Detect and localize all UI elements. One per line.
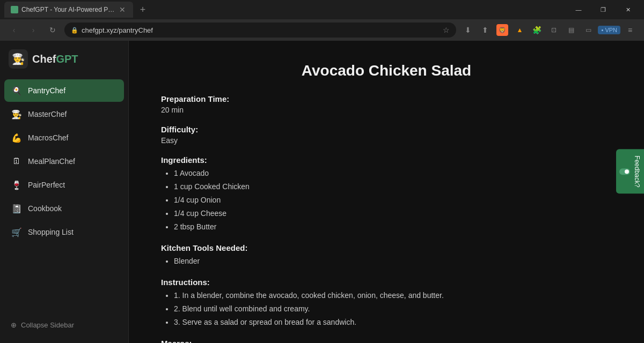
- feedback-toggle: [619, 168, 630, 175]
- menu-icon[interactable]: ≡: [623, 23, 638, 38]
- difficulty-label: Difficulty:: [161, 125, 612, 134]
- tab-title: ChefGPT - Your AI-Powered Pers...: [21, 6, 115, 13]
- tool-list: Blender: [161, 256, 612, 267]
- logo-area: 👨‍🍳 ChefGPT: [0, 49, 128, 79]
- back-button[interactable]: ‹: [6, 23, 21, 38]
- window-controls: — ❐ ✕: [567, 0, 640, 19]
- download-icon[interactable]: ⬇: [460, 23, 475, 38]
- instructions-label: Instructions:: [161, 278, 612, 287]
- sidebar-item-meal-plan-chef[interactable]: 🗓 MealPlanChef: [4, 150, 124, 173]
- sidebar: 👨‍🍳 ChefGPT 🍳 PantryChef 👨‍🍳 MasterChef …: [0, 41, 129, 343]
- sidebar-item-cookbook[interactable]: 📓 Cookbook: [4, 197, 124, 220]
- sidebar-item-label: MealPlanChef: [28, 157, 75, 166]
- master-chef-icon: 👨‍🍳: [11, 108, 23, 120]
- sidebar-item-macros-chef[interactable]: 💪 MacrosChef: [4, 126, 124, 149]
- list-item: 3. Serve as a salad or spread on bread f…: [174, 317, 612, 328]
- difficulty-section: Difficulty: Easy: [161, 125, 612, 145]
- tab-bar: ChefGPT - Your AI-Powered Pers... ✕ + — …: [0, 0, 644, 19]
- list-item: 2 tbsp Butter: [174, 221, 612, 233]
- instruction-list: 1. In a blender, combine the avocado, co…: [161, 290, 612, 328]
- logo-chef: Chef: [32, 53, 56, 65]
- forward-button[interactable]: ›: [26, 23, 41, 38]
- minimize-button[interactable]: —: [567, 0, 590, 19]
- feedback-button[interactable]: Feedback?: [616, 149, 644, 193]
- app-layout: 👨‍🍳 ChefGPT 🍳 PantryChef 👨‍🍳 MasterChef …: [0, 41, 644, 343]
- pip-icon[interactable]: ⊡: [546, 23, 561, 38]
- address-text: chefgpt.xyz/pantryChef: [82, 26, 440, 34]
- new-tab-button[interactable]: +: [135, 2, 150, 17]
- sidebar-item-label: PairPerfect: [28, 181, 65, 189]
- toolbar-right: ⬇ ⬆ 🦁 ▲ 🧩 ⊡ ▤ ▭ • VPN ≡: [460, 23, 638, 38]
- sidebar-item-label: PantryChef: [28, 86, 65, 95]
- macros-label: Macros:: [161, 339, 612, 343]
- tools-section: Kitchen Tools Needed: Blender: [161, 243, 612, 267]
- sidebar-item-label: MasterChef: [28, 110, 67, 118]
- list-item: 1/4 cup Onion: [174, 195, 612, 206]
- list-item: 1/4 cup Cheese: [174, 208, 612, 219]
- collapse-label: Collapse Sidebar: [21, 321, 74, 329]
- vpn-badge[interactable]: • VPN: [598, 26, 620, 34]
- list-item: Blender: [174, 256, 612, 267]
- share-icon[interactable]: ⬆: [478, 23, 493, 38]
- brave-extension-icon[interactable]: 🦁: [495, 23, 510, 38]
- difficulty-value: Easy: [161, 136, 612, 145]
- collapse-sidebar-button[interactable]: ⊕ Collapse Sidebar: [0, 316, 128, 334]
- list-item: 1 cup Cooked Chicken: [174, 181, 612, 192]
- sidebar-item-pair-perfect[interactable]: 🍷 PairPerfect: [4, 174, 124, 196]
- brave-logo: 🦁: [496, 24, 508, 36]
- logo-gpt: GPT: [56, 53, 78, 65]
- sidebar-item-pantry-chef[interactable]: 🍳 PantryChef: [4, 79, 124, 102]
- instructions-section: Instructions: 1. In a blender, combine t…: [161, 278, 612, 328]
- sidebar-item-shopping-list[interactable]: 🛒 Shopping List: [4, 221, 124, 243]
- recipe-title: Avocado Chicken Salad: [161, 62, 612, 79]
- list-item: 2. Blend until well combined and creamy.: [174, 303, 612, 315]
- restore-button[interactable]: ❐: [591, 0, 615, 19]
- tab-favicon: [11, 6, 18, 13]
- puzzle-icon[interactable]: 🧩: [529, 23, 544, 38]
- tools-label: Kitchen Tools Needed:: [161, 243, 612, 252]
- address-input-wrapper[interactable]: 🔒 chefgpt.xyz/pantryChef ☆: [64, 23, 456, 38]
- lock-icon: 🔒: [71, 27, 78, 34]
- sidebar-toggle-icon[interactable]: ▤: [564, 23, 579, 38]
- sidebar-item-master-chef[interactable]: 👨‍🍳 MasterChef: [4, 103, 124, 125]
- browser-chrome: ChefGPT - Your AI-Powered Pers... ✕ + — …: [0, 0, 644, 41]
- list-item: 1 Avocado: [174, 168, 612, 179]
- pantry-chef-icon: 🍳: [11, 85, 23, 96]
- reload-button[interactable]: ↻: [45, 23, 60, 38]
- logo-emoji: 👨‍🍳: [12, 53, 25, 65]
- main-content: Avocado Chicken Salad Preparation Time: …: [129, 41, 644, 343]
- sidebar-item-label: MacrosChef: [28, 133, 68, 142]
- macros-chef-icon: 💪: [11, 132, 23, 144]
- tablet-icon[interactable]: ▭: [581, 23, 596, 38]
- active-tab[interactable]: ChefGPT - Your AI-Powered Pers... ✕: [4, 2, 133, 18]
- ingredient-list: 1 Avocado 1 cup Cooked Chicken 1/4 cup O…: [161, 168, 612, 233]
- nav-items: 🍳 PantryChef 👨‍🍳 MasterChef 💪 MacrosChef…: [0, 79, 128, 316]
- logo-icon: 👨‍🍳: [9, 49, 28, 69]
- pair-perfect-icon: 🍷: [11, 179, 23, 191]
- collapse-icon: ⊕: [11, 321, 17, 329]
- sidebar-item-label: Shopping List: [28, 228, 74, 236]
- triangle-extension-icon[interactable]: ▲: [512, 23, 527, 38]
- macros-section: Macros: Total Calories: 350 Carbs: 5g: [161, 339, 612, 343]
- prep-time-value: 20 min: [161, 106, 612, 114]
- logo-text: ChefGPT: [32, 53, 78, 65]
- bookmark-icon: ☆: [443, 26, 450, 34]
- close-button[interactable]: ✕: [616, 0, 640, 19]
- ingredients-section: Ingredients: 1 Avocado 1 cup Cooked Chic…: [161, 155, 612, 233]
- tab-close-button[interactable]: ✕: [118, 5, 127, 14]
- meal-plan-chef-icon: 🗓: [11, 155, 23, 167]
- address-bar: ‹ › ↻ 🔒 chefgpt.xyz/pantryChef ☆ ⬇ ⬆ 🦁 ▲…: [0, 19, 644, 41]
- sidebar-item-label: Cookbook: [28, 204, 62, 213]
- ingredients-label: Ingredients:: [161, 155, 612, 165]
- prep-time-section: Preparation Time: 20 min: [161, 94, 612, 114]
- prep-time-label: Preparation Time:: [161, 94, 612, 103]
- cookbook-icon: 📓: [11, 203, 23, 214]
- feedback-label: Feedback?: [633, 155, 641, 187]
- list-item: 1. In a blender, combine the avocado, co…: [174, 290, 612, 301]
- shopping-list-icon: 🛒: [11, 226, 23, 238]
